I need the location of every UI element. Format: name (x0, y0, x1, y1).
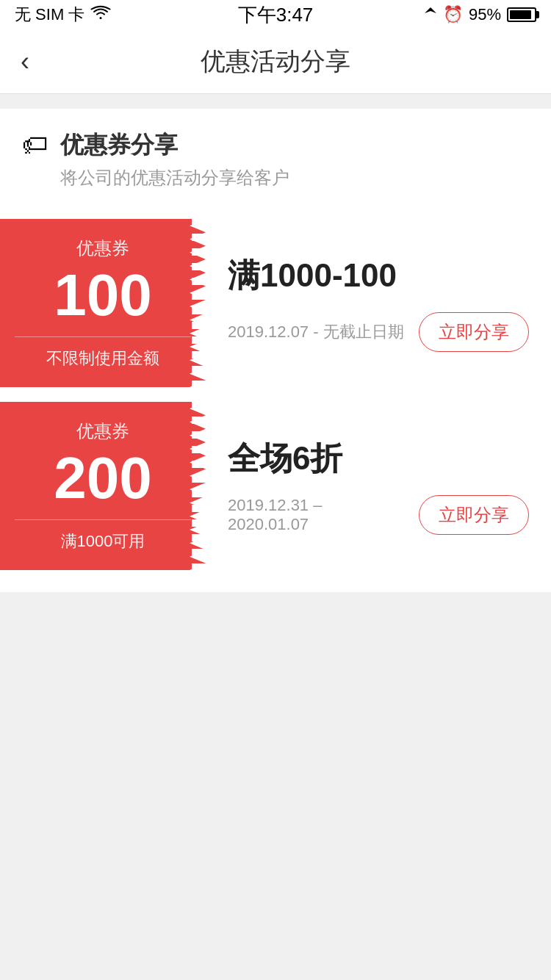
section-title: 优惠券分享 (60, 129, 289, 162)
section-subtitle: 将公司的优惠活动分享给客户 (60, 166, 289, 190)
coupon-amount-2: 200 (54, 449, 151, 508)
wifi-icon (90, 5, 111, 24)
battery-icon (507, 7, 536, 22)
section-header-block: 🏷 优惠券分享 将公司的优惠活动分享给客户 优惠券 100 不限制使用金额 满1… (0, 109, 551, 592)
status-bar: 无 SIM 卡 下午3:47 ⏰ 95% (0, 0, 551, 29)
coupon-card-1: 优惠券 100 不限制使用金额 满1000-100 2019.12.07 - 无… (0, 219, 551, 387)
coupon-left-1: 优惠券 100 不限制使用金额 (0, 219, 206, 387)
coupon-label-1: 优惠券 (76, 237, 129, 260)
coupon-divider-1 (15, 336, 191, 337)
coupon-condition-2: 满1000可用 (61, 530, 145, 552)
battery-text: 95% (469, 5, 501, 24)
scallop-edge-1 (190, 219, 206, 387)
status-battery-area: ⏰ 95% (424, 5, 536, 24)
status-time: 下午3:47 (238, 2, 314, 28)
coupon-divider-2 (15, 519, 191, 520)
main-content: 🏷 优惠券分享 将公司的优惠活动分享给客户 优惠券 100 不限制使用金额 满1… (0, 109, 551, 770)
coupon-section-icon: 🏷 (22, 129, 48, 160)
coupon-name-2: 全场6折 (228, 437, 529, 480)
coupon-card-2: 优惠券 200 满1000可用 全场6折 2019.12.31 – 2020.0… (0, 402, 551, 570)
coupon-name-1: 满1000-100 (228, 254, 529, 298)
share-button-1[interactable]: 立即分享 (419, 312, 529, 352)
scallop-edge-2 (190, 402, 206, 570)
back-button[interactable]: ‹ (21, 48, 29, 75)
coupon-left-2: 优惠券 200 满1000可用 (0, 402, 206, 570)
coupon-right-2: 全场6折 2019.12.31 – 2020.01.07 立即分享 (206, 402, 551, 570)
coupon-date-2: 2019.12.31 – 2020.01.07 (228, 496, 407, 534)
coupon-date-1: 2019.12.07 - 无截止日期 (228, 321, 407, 343)
coupons-list: 优惠券 100 不限制使用金额 满1000-100 2019.12.07 - 无… (0, 204, 551, 585)
alarm-icon: ⏰ (443, 5, 463, 24)
page-title: 优惠活动分享 (201, 45, 350, 79)
coupon-footer-1: 2019.12.07 - 无截止日期 立即分享 (228, 312, 529, 352)
carrier-text: 无 SIM 卡 (15, 4, 84, 26)
section-text: 优惠券分享 将公司的优惠活动分享给客户 (60, 129, 289, 190)
coupon-right-1: 满1000-100 2019.12.07 - 无截止日期 立即分享 (206, 219, 551, 387)
coupon-amount-1: 100 (54, 266, 151, 325)
coupon-footer-2: 2019.12.31 – 2020.01.07 立即分享 (228, 495, 529, 535)
coupon-label-2: 优惠券 (76, 419, 129, 443)
location-icon (424, 5, 437, 24)
coupon-condition-1: 不限制使用金额 (46, 347, 159, 370)
status-carrier-area: 无 SIM 卡 (15, 4, 111, 26)
share-button-2[interactable]: 立即分享 (419, 495, 529, 535)
nav-bar: ‹ 优惠活动分享 (0, 29, 551, 94)
section-header: 🏷 优惠券分享 将公司的优惠活动分享给客户 (0, 109, 551, 204)
